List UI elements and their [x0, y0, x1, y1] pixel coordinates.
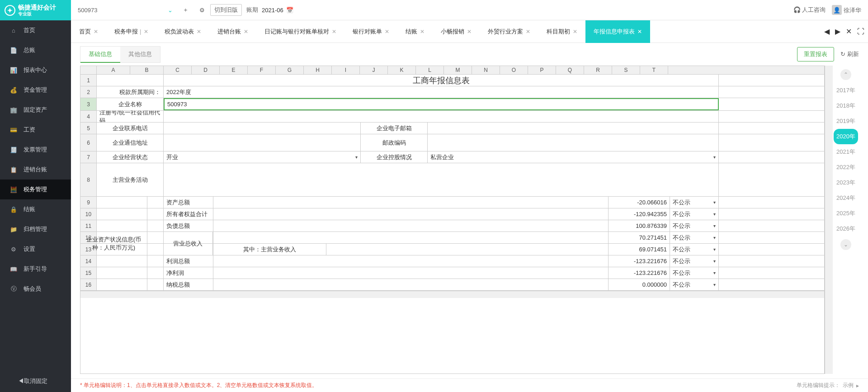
- add-button[interactable]: ＋: [179, 4, 192, 16]
- value-input[interactable]: [213, 220, 609, 231]
- tab-close-icon[interactable]: ✕: [637, 28, 642, 35]
- col-I[interactable]: I: [332, 66, 360, 74]
- phone-input[interactable]: [164, 123, 361, 134]
- settings-icon[interactable]: ⚙: [196, 5, 208, 15]
- col-B[interactable]: B: [130, 66, 164, 74]
- nav-item-2[interactable]: 📊报表中心: [0, 60, 71, 80]
- subtab-0[interactable]: 基础信息: [80, 47, 120, 63]
- row-header-8[interactable]: 8: [80, 163, 97, 196]
- tab-close-all[interactable]: ✕: [846, 27, 852, 36]
- value-input[interactable]: [213, 255, 609, 267]
- tab-7[interactable]: 小畅报销✕: [433, 20, 480, 43]
- footer-example[interactable]: 单元格编辑提示：示例 ▸: [797, 382, 859, 389]
- tab-close-icon[interactable]: ✕: [467, 28, 472, 35]
- row-header-2[interactable]: 2: [80, 86, 97, 98]
- row-header-4[interactable]: 4: [80, 111, 97, 122]
- year-2024年[interactable]: 2024年: [834, 190, 858, 206]
- col-C[interactable]: C: [164, 66, 192, 74]
- tab-close-icon[interactable]: ✕: [144, 28, 148, 35]
- calendar-icon[interactable]: 📅: [286, 7, 293, 14]
- publish-select[interactable]: 不公示: [670, 255, 719, 267]
- col-G[interactable]: G: [276, 66, 304, 74]
- col-E[interactable]: E: [220, 66, 248, 74]
- nav-item-6[interactable]: 🧾发票管理: [0, 140, 71, 160]
- consult-link[interactable]: 🎧 人工咨询: [793, 6, 826, 14]
- tab-5[interactable]: 银行对账单✕: [344, 20, 397, 43]
- row-header-5[interactable]: 5: [80, 123, 97, 134]
- refresh-button[interactable]: ↻ 刷新: [840, 50, 859, 58]
- col-Q[interactable]: Q: [556, 66, 584, 74]
- tab-close-icon[interactable]: ✕: [526, 28, 530, 35]
- nav-item-10[interactable]: 📁归档管理: [0, 219, 71, 239]
- asset-value[interactable]: 100.876339: [609, 220, 670, 231]
- nav-item-1[interactable]: 📄总账: [0, 40, 71, 60]
- tab-10[interactable]: 年报信息申报表✕: [585, 20, 650, 43]
- addr-input[interactable]: [164, 134, 361, 151]
- email-input[interactable]: [428, 123, 719, 134]
- user-menu[interactable]: 👤 徐泽华: [832, 5, 861, 15]
- holding-select[interactable]: 私营企业: [428, 151, 719, 163]
- publish-select[interactable]: 不公示: [670, 208, 719, 220]
- year-2023年[interactable]: 2023年: [834, 175, 858, 190]
- v-scrollbar[interactable]: [825, 66, 833, 374]
- company-selector[interactable]: 500973⌄: [78, 7, 177, 14]
- nav-item-13[interactable]: Ⓥ畅会员: [0, 279, 71, 299]
- tab-close-icon[interactable]: ✕: [244, 28, 248, 35]
- tab-next[interactable]: ▶: [835, 27, 840, 36]
- col-T[interactable]: T: [640, 66, 668, 74]
- nav-item-7[interactable]: 📋进销台账: [0, 160, 71, 179]
- value-input[interactable]: [213, 197, 609, 208]
- reset-report-button[interactable]: 重置报表: [797, 47, 834, 61]
- nav-item-8[interactable]: 🧮税务管理: [0, 179, 71, 199]
- col-L[interactable]: L: [416, 66, 444, 74]
- nav-item-3[interactable]: 💰资金管理: [0, 80, 71, 100]
- tab-2[interactable]: 税负波动表✕: [156, 20, 209, 43]
- col-D[interactable]: D: [192, 66, 220, 74]
- asset-value[interactable]: 70.271451: [609, 232, 670, 243]
- nav-item-11[interactable]: ⚙设置: [0, 239, 71, 259]
- tab-close-icon[interactable]: ✕: [332, 28, 336, 35]
- year-2025年[interactable]: 2025年: [834, 206, 858, 221]
- col-H[interactable]: H: [304, 66, 332, 74]
- value-input[interactable]: [213, 232, 609, 243]
- year-2026年[interactable]: 2026年: [834, 221, 858, 236]
- tab-9[interactable]: 科目期初✕: [538, 20, 585, 43]
- col-R[interactable]: R: [584, 66, 612, 74]
- col-S[interactable]: S: [612, 66, 640, 74]
- main-biz-input[interactable]: [164, 163, 719, 196]
- nav-item-5[interactable]: 💳工资: [0, 120, 71, 140]
- year-2021年[interactable]: 2021年: [834, 144, 858, 160]
- fullscreen-icon[interactable]: ⛶: [857, 28, 864, 36]
- asset-value[interactable]: -120.942355: [609, 208, 670, 220]
- tab-4[interactable]: 日记账与银行对账单核对✕: [256, 20, 344, 43]
- year-down[interactable]: ⌄: [840, 239, 851, 250]
- asset-value[interactable]: -123.221676: [609, 255, 670, 267]
- asset-value[interactable]: -20.066016: [609, 197, 670, 208]
- status-select[interactable]: 开业: [164, 151, 361, 163]
- row-header-1[interactable]: 1: [80, 75, 97, 86]
- year-2022年[interactable]: 2022年: [834, 160, 858, 175]
- tab-1[interactable]: 税务申报|✕: [106, 20, 156, 43]
- tab-8[interactable]: 外贸行业方案✕: [480, 20, 538, 43]
- spreadsheet[interactable]: ABCDEFGHIJKLMNOPQRST 1工商年报信息表2税款所属期间：202…: [80, 66, 825, 374]
- cell[interactable]: [97, 75, 164, 86]
- publish-select[interactable]: 不公示: [670, 244, 719, 255]
- subtab-1[interactable]: 其他信息: [120, 47, 160, 62]
- nav-item-0[interactable]: ⌂首页: [0, 20, 71, 40]
- tab-close-icon[interactable]: ✕: [94, 28, 98, 35]
- tab-6[interactable]: 结账✕: [397, 20, 433, 43]
- publish-select[interactable]: 不公示: [670, 279, 719, 290]
- tab-0[interactable]: 首页✕: [71, 20, 106, 43]
- year-2017年[interactable]: 2017年: [834, 83, 858, 98]
- year-2020年[interactable]: 2020年: [834, 129, 858, 144]
- asset-value[interactable]: 69.071451: [609, 244, 670, 255]
- value-input[interactable]: [213, 208, 609, 220]
- zip-input[interactable]: [428, 134, 719, 151]
- year-2019年[interactable]: 2019年: [834, 113, 858, 129]
- col-M[interactable]: M: [444, 66, 472, 74]
- publish-select[interactable]: 不公示: [670, 232, 719, 243]
- year-2018年[interactable]: 2018年: [834, 98, 858, 113]
- asset-value[interactable]: -123.221676: [609, 267, 670, 279]
- col-A[interactable]: A: [97, 66, 130, 74]
- value-input[interactable]: [213, 279, 609, 290]
